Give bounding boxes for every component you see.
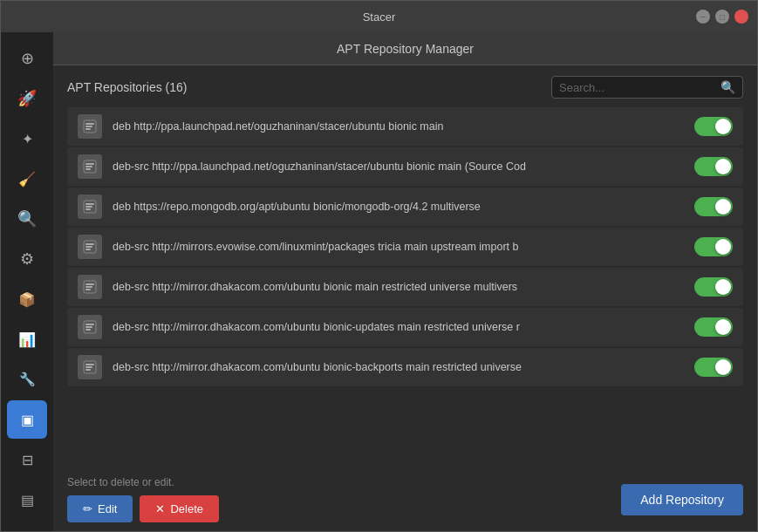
svg-rect-5 — [85, 163, 94, 165]
content-area: APT Repositories (16) 🔍 deb http://ppa.l… — [53, 65, 757, 467]
window-controls: − □ × — [696, 10, 748, 24]
svg-rect-7 — [85, 168, 91, 170]
delete-button[interactable]: ✕ Delete — [140, 495, 219, 522]
svg-rect-21 — [85, 324, 94, 325]
repo-text: deb-src http://mirror.dhakacom.com/ubunt… — [113, 321, 684, 333]
repo-toggle[interactable] — [694, 237, 733, 256]
section-header: APT Repository Manager — [53, 32, 757, 65]
svg-rect-9 — [85, 203, 94, 205]
sidebar-item-charts[interactable]: 📊 — [7, 320, 47, 358]
repo-row[interactable]: deb-src http://mirror.dhakacom.com/ubunt… — [67, 348, 743, 386]
search-box: 🔍 — [551, 76, 743, 99]
svg-rect-25 — [85, 364, 94, 365]
repo-row[interactable]: deb https://repo.mongodb.org/apt/ubuntu … — [67, 188, 743, 226]
close-button[interactable]: × — [734, 10, 748, 24]
svg-rect-10 — [85, 206, 92, 208]
apt-icon: ▣ — [21, 412, 34, 428]
sidebar: ⊕ 🚀 ✦ 🧹 🔍 ⚙ 📦 📊 🔧 — [1, 32, 53, 531]
repo-row[interactable]: deb-src http://mirror.dhakacom.com/ubunt… — [67, 268, 743, 306]
search-input[interactable] — [559, 81, 720, 94]
resources-icon: 📦 — [18, 291, 36, 308]
footer-left: Select to delete or edit. ✏ Edit ✕ Delet… — [67, 476, 219, 522]
repo-row[interactable]: deb-src http://ppa.launchpad.net/oguzhan… — [67, 147, 743, 186]
charts-icon: 📊 — [18, 331, 36, 348]
sidebar-item-dashboard[interactable]: ⊕ — [7, 39, 47, 78]
delete-icon: ✕ — [155, 502, 165, 515]
repo-row[interactable]: deb http://ppa.launchpad.net/oguzhaninan… — [67, 107, 743, 146]
terminal-icon: ▤ — [21, 492, 34, 508]
sidebar-item-uninstaller[interactable]: 🧹 — [7, 160, 47, 198]
sidebar-item-tweaks[interactable]: ⊟ — [7, 440, 47, 479]
sidebar-item-tools[interactable]: 🔧 — [7, 360, 47, 399]
svg-rect-19 — [85, 289, 91, 290]
window-title: Stacer — [62, 10, 696, 24]
edit-button[interactable]: ✏ Edit — [67, 495, 133, 522]
repo-text: deb-src http://ppa.launchpad.net/oguzhan… — [113, 160, 684, 173]
svg-rect-11 — [85, 208, 91, 210]
repo-toggle[interactable] — [694, 157, 733, 176]
svg-rect-6 — [85, 166, 92, 167]
settings-icon: ⚙ — [20, 249, 34, 269]
svg-rect-27 — [85, 369, 91, 371]
repo-icon — [78, 194, 102, 219]
sidebar-item-search[interactable]: 🔍 — [7, 200, 47, 238]
sidebar-item-services[interactable]: ✦ — [7, 119, 47, 158]
maximize-button[interactable]: □ — [715, 10, 729, 24]
sidebar-item-system-settings[interactable]: ⚙ — [7, 240, 47, 278]
sidebar-item-apt[interactable]: ▣ — [7, 400, 47, 439]
repo-icon — [78, 315, 102, 339]
svg-rect-1 — [85, 123, 94, 125]
repo-icon — [78, 154, 102, 179]
svg-rect-23 — [85, 329, 91, 331]
footer-hint: Select to delete or edit. — [67, 476, 219, 488]
app-body: ⊕ 🚀 ✦ 🧹 🔍 ⚙ 📦 📊 🔧 — [1, 32, 757, 531]
repo-icon — [78, 275, 102, 299]
dashboard-icon: ⊕ — [21, 49, 34, 68]
repo-row[interactable]: deb-src http://mirror.dhakacom.com/ubunt… — [67, 308, 743, 346]
services-icon: ✦ — [22, 131, 33, 147]
title-bar: Stacer − □ × — [1, 1, 757, 32]
edit-icon: ✏ — [83, 502, 92, 515]
svg-rect-2 — [85, 126, 92, 127]
repo-text: deb-src http://mirror.dhakacom.com/ubunt… — [113, 281, 684, 293]
repo-text: deb http://ppa.launchpad.net/oguzhaninan… — [113, 120, 684, 133]
repo-toggle[interactable] — [694, 117, 733, 136]
tools-icon: 🔧 — [19, 372, 36, 387]
svg-rect-18 — [85, 286, 92, 288]
svg-rect-14 — [85, 246, 92, 248]
svg-rect-3 — [85, 128, 91, 130]
repo-toggle[interactable] — [694, 277, 733, 297]
tweaks-icon: ⊟ — [22, 452, 33, 468]
repo-row[interactable]: deb-src http://mirrors.evowise.com/linux… — [67, 228, 743, 266]
search-icon: 🔍 — [17, 209, 37, 228]
main-window: Stacer − □ × ⊕ 🚀 ✦ 🧹 🔍 ⚙ — [0, 0, 758, 532]
repo-icon — [78, 114, 102, 139]
repo-toggle[interactable] — [694, 358, 733, 377]
repo-icon — [78, 355, 102, 379]
repo-list: deb http://ppa.launchpad.net/oguzhaninan… — [67, 107, 743, 457]
sidebar-item-resources[interactable]: 📦 — [7, 280, 47, 318]
repo-text: deb-src http://mirror.dhakacom.com/ubunt… — [113, 361, 684, 373]
repo-toggle[interactable] — [694, 317, 733, 337]
footer-actions: ✏ Edit ✕ Delete — [67, 495, 219, 522]
svg-rect-13 — [85, 243, 94, 245]
section-title: APT Repository Manager — [337, 42, 474, 56]
minimize-button[interactable]: − — [696, 10, 710, 24]
uninstaller-icon: 🧹 — [18, 171, 36, 188]
repo-icon — [78, 235, 102, 259]
sidebar-item-terminal[interactable]: ▤ — [7, 481, 47, 519]
main-content: APT Repository Manager APT Repositories … — [53, 32, 757, 531]
sidebar-item-startup[interactable]: 🚀 — [7, 79, 47, 118]
footer-bar: Select to delete or edit. ✏ Edit ✕ Delet… — [53, 467, 757, 531]
add-repository-button[interactable]: Add Repository — [621, 484, 743, 515]
edit-label: Edit — [98, 502, 117, 515]
repo-toggle[interactable] — [694, 197, 733, 216]
delete-label: Delete — [170, 502, 203, 515]
repo-count: APT Repositories (16) — [67, 80, 187, 94]
svg-rect-17 — [85, 283, 94, 285]
repo-text: deb-src http://mirrors.evowise.com/linux… — [113, 241, 684, 253]
search-button[interactable]: 🔍 — [720, 80, 735, 94]
startup-icon: 🚀 — [17, 89, 37, 108]
repo-text: deb https://repo.mongodb.org/apt/ubuntu … — [113, 201, 684, 213]
add-repository-label: Add Repository — [640, 493, 724, 507]
